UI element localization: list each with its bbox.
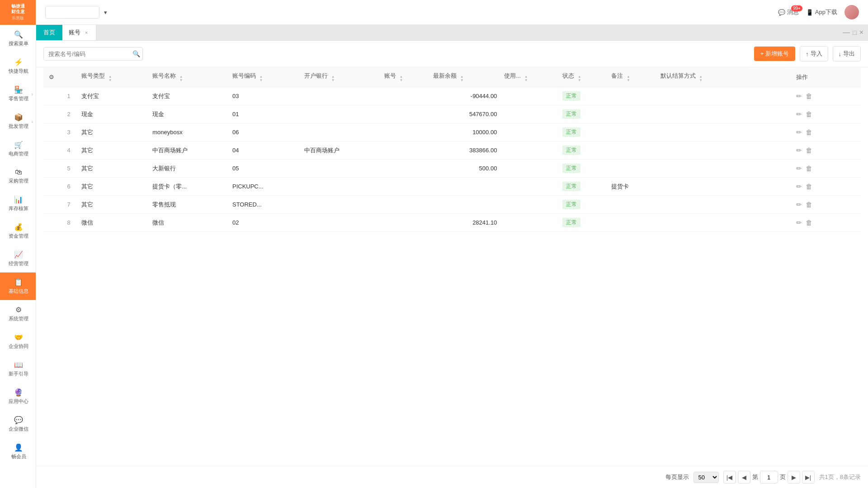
minimize-icon[interactable]: —: [843, 28, 850, 37]
row-bank: [301, 178, 381, 196]
edit-button[interactable]: ✏: [796, 183, 802, 191]
row-type: 现金: [78, 105, 149, 123]
col-status[interactable]: 状态 ▲▼: [559, 67, 608, 87]
sidebar-item-wechat[interactable]: 💬 企业微信: [0, 410, 36, 438]
col-type[interactable]: 账号类型 ▲▼: [78, 67, 149, 87]
col-bank[interactable]: 开户银行 ▲▼: [301, 67, 381, 87]
retail-icon: 🏪: [14, 85, 23, 94]
col-index: [60, 67, 78, 87]
next-page-button[interactable]: ▶: [788, 471, 800, 483]
sidebar-item-basic[interactable]: 📋 基础信息: [0, 272, 36, 300]
export-button[interactable]: ↓ 导出: [833, 46, 861, 61]
edit-button[interactable]: ✏: [796, 146, 802, 155]
search-input[interactable]: [44, 48, 129, 60]
tab-account[interactable]: 账号 ×: [62, 25, 96, 40]
edit-button[interactable]: ✏: [796, 92, 802, 100]
row-actions: ✏ 🗑: [793, 123, 861, 141]
row-code: 06: [229, 123, 301, 141]
sidebar-item-member[interactable]: 👤 畅会员: [0, 438, 36, 465]
main-area: ▾ 💬 消息 99+ 📱 App下载 首页 账号 × — □: [36, 0, 868, 488]
col-note[interactable]: 备注 ▲▼: [608, 67, 656, 87]
sort-icon: ▲▼: [400, 75, 403, 82]
row-usage: [500, 178, 559, 196]
row-actions: ✏ 🗑: [793, 141, 861, 160]
avatar[interactable]: [844, 5, 859, 19]
sidebar-item-guide[interactable]: 📖 新手引导: [0, 355, 36, 383]
col-code-label: 账号编码: [232, 72, 256, 79]
topbar-dropdown[interactable]: ▾: [104, 9, 107, 16]
col-balance[interactable]: 最新余额 ▲▼: [429, 67, 500, 87]
topbar-search-input[interactable]: [45, 6, 99, 19]
col-name-label: 账号名称: [152, 72, 176, 79]
delete-button[interactable]: 🗑: [806, 110, 812, 118]
row-gear: [43, 160, 60, 178]
delete-button[interactable]: 🗑: [806, 146, 812, 154]
maximize-icon[interactable]: □: [853, 29, 856, 36]
col-usage[interactable]: 使用... ▲▼: [500, 67, 559, 87]
app-download-button[interactable]: 📱 App下载: [806, 8, 837, 16]
row-gear: [43, 87, 60, 105]
first-page-button[interactable]: |◀: [723, 471, 736, 483]
col-status-label: 状态: [562, 72, 574, 79]
download-icon: 📱: [806, 9, 813, 16]
last-page-button[interactable]: ▶|: [802, 471, 815, 483]
row-default-payment: [657, 141, 793, 160]
sidebar-item-system[interactable]: ⚙ 系统管理: [0, 300, 36, 328]
edit-button[interactable]: ✏: [796, 219, 802, 227]
close-window-icon[interactable]: ×: [859, 28, 863, 37]
table-row: 3 其它 moneybosx 06 10000.00 正常 ✏ 🗑: [43, 123, 861, 141]
row-usage: [500, 105, 559, 123]
delete-button[interactable]: 🗑: [806, 128, 812, 136]
search-icon: 🔍: [14, 30, 23, 39]
page-size-select[interactable]: 50 100 200: [693, 472, 719, 483]
page-number-input[interactable]: [760, 471, 778, 483]
col-account[interactable]: 账号 ▲▼: [381, 67, 429, 87]
sidebar-item-purchase[interactable]: 🛍 采购管理: [0, 163, 36, 190]
edit-button[interactable]: ✏: [796, 201, 802, 209]
sidebar-item-ecommerce[interactable]: 🛒 电商管理: [0, 135, 36, 163]
delete-button[interactable]: 🗑: [806, 219, 812, 226]
tab-close-icon[interactable]: ×: [83, 29, 90, 36]
delete-button[interactable]: 🗑: [806, 201, 812, 208]
message-button[interactable]: 💬 消息 99+: [778, 8, 799, 16]
row-note: [608, 214, 656, 232]
row-balance: 547670.00: [429, 105, 500, 123]
delete-button[interactable]: 🗑: [806, 92, 812, 100]
col-name[interactable]: 账号名称 ▲▼: [149, 67, 229, 87]
col-gear[interactable]: ⚙: [43, 67, 60, 87]
tab-home[interactable]: 首页: [36, 25, 62, 40]
sidebar-item-inventory[interactable]: 📊 库存核算: [0, 190, 36, 217]
sidebar-item-appstore[interactable]: 🔮 应用中心: [0, 383, 36, 410]
row-gear: [43, 214, 60, 232]
sidebar-item-corporate[interactable]: 🤝 企业协同: [0, 328, 36, 355]
import-button[interactable]: ↑ 导入: [800, 46, 828, 61]
row-index: 8: [60, 214, 78, 232]
row-actions: ✏ 🗑: [793, 214, 861, 232]
sidebar-item-label: 电商管理: [9, 150, 28, 157]
col-code[interactable]: 账号编码 ▲▼: [229, 67, 301, 87]
row-balance: 383866.00: [429, 141, 500, 160]
add-account-button[interactable]: + 新增账号: [754, 47, 795, 61]
sidebar-item-operations[interactable]: 📈 经营管理: [0, 245, 36, 272]
edit-button[interactable]: ✏: [796, 164, 802, 173]
row-balance: -90444.00: [429, 87, 500, 105]
row-actions: ✏ 🗑: [793, 160, 861, 178]
sidebar-item-shortcut[interactable]: ⚡ 快捷导航: [0, 52, 36, 80]
sidebar-item-wholesale[interactable]: 📦 批发管理 ›: [0, 108, 36, 135]
delete-button[interactable]: 🗑: [806, 164, 812, 172]
prev-page-button[interactable]: ◀: [738, 471, 750, 483]
row-default-payment: [657, 178, 793, 196]
edit-button[interactable]: ✏: [796, 110, 802, 118]
chevron-icon: ›: [32, 91, 33, 96]
sidebar-item-retail[interactable]: 🏪 零售管理 ›: [0, 80, 36, 108]
sidebar-item-search[interactable]: 🔍 搜索菜单: [0, 25, 36, 52]
sidebar-item-finance[interactable]: 💰 资金管理: [0, 217, 36, 245]
row-account: [381, 178, 429, 196]
delete-button[interactable]: 🗑: [806, 183, 812, 190]
table-row: 2 现金 现金 01 547670.00 正常 ✏ 🗑: [43, 105, 861, 123]
col-default-payment[interactable]: 默认结算方式 ▲▼: [657, 67, 793, 87]
tab-account-label: 账号: [69, 28, 80, 37]
edit-button[interactable]: ✏: [796, 128, 802, 136]
search-button[interactable]: 🔍: [129, 47, 143, 60]
col-account-label: 账号: [384, 72, 396, 79]
